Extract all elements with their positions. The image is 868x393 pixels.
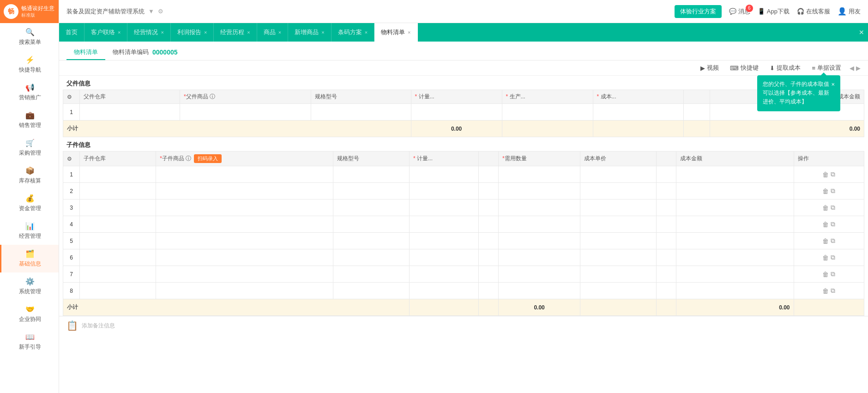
child-qty-cell[interactable] — [499, 216, 580, 233]
child-warehouse-cell[interactable] — [80, 233, 156, 249]
copy-icon[interactable]: ⧉ — [831, 204, 835, 212]
child-qty-cell[interactable] — [499, 233, 580, 249]
child-goods-cell[interactable] — [156, 200, 333, 216]
child-spec-cell[interactable] — [333, 266, 409, 283]
child-unit-cell[interactable] — [409, 233, 478, 249]
sidebar-item-purchase[interactable]: 🛒 采购管理 — [0, 134, 59, 162]
child-warehouse-cell[interactable] — [80, 283, 156, 299]
online-service-item[interactable]: 🎧 在线客服 — [797, 7, 830, 16]
copy-icon[interactable]: ⧉ — [831, 187, 835, 195]
tab-close-icon[interactable]: × — [278, 30, 281, 35]
child-unit-cell[interactable] — [409, 249, 478, 266]
parent-goods-cell[interactable] — [180, 104, 311, 121]
child-unit-cell[interactable] — [409, 166, 478, 183]
child-warehouse-cell[interactable] — [80, 266, 156, 283]
dropdown-arrow-icon[interactable]: ▼ — [148, 8, 154, 15]
sidebar-item-guide[interactable]: 📖 新手引导 — [0, 328, 59, 356]
prev-btn[interactable]: ◀ — [850, 65, 854, 72]
copy-icon[interactable]: ⧉ — [831, 220, 835, 228]
child-spec-cell[interactable] — [333, 283, 409, 299]
close-all-tabs-btn[interactable]: ✕ — [859, 29, 864, 36]
sidebar-item-marketing[interactable]: 📢 营销推广 — [0, 79, 59, 106]
child-spec-cell[interactable] — [333, 183, 409, 200]
next-btn[interactable]: ▶ — [856, 65, 861, 72]
tab-close-icon[interactable]: × — [161, 30, 163, 35]
tab-operations[interactable]: 经营情况 × — [127, 23, 170, 42]
tab-goods[interactable]: 商品 × — [257, 23, 288, 42]
copy-icon[interactable]: ⧉ — [831, 237, 835, 245]
message-item[interactable]: 💬 消息 6 — [729, 7, 750, 16]
child-unit-cell[interactable] — [409, 266, 478, 283]
child-spec-cell[interactable] — [333, 233, 409, 249]
child-goods-cell[interactable] — [156, 216, 333, 233]
shortcut-btn[interactable]: ⌨ 快捷键 — [727, 62, 761, 73]
child-goods-cell[interactable] — [156, 283, 333, 299]
gear-icon[interactable]: ⚙ — [158, 8, 163, 15]
child-price-cell[interactable] — [580, 183, 657, 200]
child-spec-cell[interactable] — [333, 200, 409, 216]
child-price-cell[interactable] — [580, 216, 657, 233]
sub-tab-bom[interactable]: 物料清单 — [66, 45, 105, 60]
parent-spec-cell[interactable] — [311, 104, 411, 121]
child-qty-cell[interactable] — [499, 283, 580, 299]
child-unit-cell[interactable] — [409, 283, 478, 299]
child-spec-cell[interactable] — [333, 216, 409, 233]
child-qty-cell[interactable] — [499, 249, 580, 266]
tab-close-icon[interactable]: × — [118, 30, 121, 35]
copy-icon[interactable]: ⧉ — [831, 254, 835, 261]
delete-icon[interactable]: 🗑 — [822, 287, 829, 295]
child-price-cell[interactable] — [580, 283, 657, 299]
child-spec-cell[interactable] — [333, 249, 409, 266]
delete-icon[interactable]: 🗑 — [822, 254, 829, 261]
tab-history[interactable]: 经营历程 × — [214, 23, 257, 42]
extract-cost-btn[interactable]: ⬇ 提取成本 — [767, 62, 803, 73]
delete-icon[interactable]: 🗑 — [822, 171, 829, 178]
parent-unit-cell[interactable] — [411, 104, 502, 121]
child-warehouse-cell[interactable] — [80, 216, 156, 233]
tab-close-icon[interactable]: × — [321, 30, 324, 35]
tab-close-active-icon[interactable]: × — [408, 30, 410, 35]
tab-close-icon[interactable]: × — [204, 30, 207, 35]
delete-icon[interactable]: 🗑 — [822, 187, 829, 195]
scan-input-btn[interactable]: 扫码录入 — [194, 154, 222, 163]
tab-bom[interactable]: 物料清单 × — [374, 23, 417, 42]
try-industry-btn[interactable]: 体验行业方案 — [675, 5, 722, 18]
sidebar-item-enterprise[interactable]: 🤝 企业协同 — [0, 300, 59, 328]
child-unit-cell[interactable] — [409, 183, 478, 200]
delete-icon[interactable]: 🗑 — [822, 237, 829, 245]
app-download-item[interactable]: 📱 App下载 — [758, 7, 790, 16]
child-warehouse-cell[interactable] — [80, 166, 156, 183]
child-goods-cell[interactable] — [156, 233, 333, 249]
child-goods-cell[interactable] — [156, 183, 333, 200]
child-goods-cell[interactable] — [156, 166, 333, 183]
copy-icon[interactable]: ⧉ — [831, 287, 835, 295]
tab-profit[interactable]: 利润报告 × — [171, 23, 214, 42]
tooltip-close-btn[interactable]: × — [831, 80, 835, 90]
child-spec-cell[interactable] — [333, 166, 409, 183]
child-unit-cell[interactable] — [409, 216, 478, 233]
sidebar-item-system[interactable]: ⚙️ 系统管理 — [0, 272, 59, 300]
tab-close-icon[interactable]: × — [247, 30, 250, 35]
child-qty-cell[interactable] — [499, 183, 580, 200]
child-qty-cell[interactable] — [499, 200, 580, 216]
child-goods-cell[interactable] — [156, 266, 333, 283]
child-warehouse-cell[interactable] — [80, 183, 156, 200]
delete-icon[interactable]: 🗑 — [822, 204, 829, 212]
tab-customer[interactable]: 客户联络 × — [84, 23, 127, 42]
single-setting-btn[interactable]: ≡ 单据设置 — [809, 62, 844, 73]
child-warehouse-cell[interactable] — [80, 249, 156, 266]
sidebar-item-quick-nav[interactable]: ⚡ 快捷导航 — [0, 51, 59, 79]
child-price-cell[interactable] — [580, 249, 657, 266]
child-price-cell[interactable] — [580, 266, 657, 283]
copy-icon[interactable]: ⧉ — [831, 270, 835, 278]
user-item[interactable]: 👤 用友 — [838, 7, 861, 16]
sidebar-item-basic-info[interactable]: 🗂️ 基础信息 — [0, 245, 59, 272]
tab-new-goods[interactable]: 新增商品 × — [288, 23, 331, 42]
video-btn[interactable]: ▶ 视频 — [698, 62, 722, 73]
sidebar-item-finance[interactable]: 💰 资金管理 — [0, 189, 59, 217]
sidebar-item-inventory[interactable]: 📦 库存核算 — [0, 162, 59, 189]
child-goods-cell[interactable] — [156, 249, 333, 266]
delete-icon[interactable]: 🗑 — [822, 271, 829, 278]
child-price-cell[interactable] — [580, 233, 657, 249]
parent-warehouse-cell[interactable] — [80, 104, 180, 121]
